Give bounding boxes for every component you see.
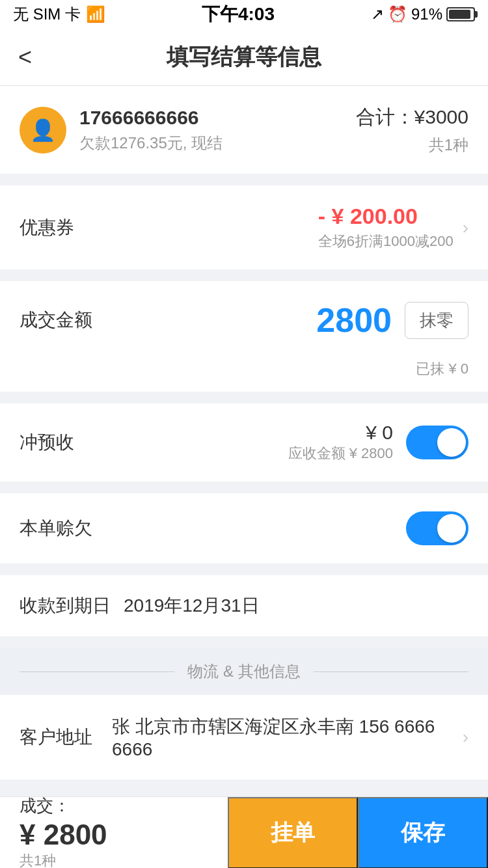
user-card: 👤 17666666666 欠款1276.35元, 现结 合计：¥3000 共1… [0,86,488,174]
pre-receive-amount: ¥ 0 [288,422,393,444]
status-left: 无 SIM 卡 📶 [13,4,105,25]
pre-receive-label: 冲预收 [20,430,74,455]
deal-amount-value: 2800 [316,301,392,340]
avatar: 👤 [20,107,66,154]
pre-receive-toggle[interactable] [406,426,468,459]
round-zero-button[interactable]: 抹零 [405,302,468,339]
user-phone: 17666666666 [79,107,223,129]
location-icon: ↗ [371,5,384,23]
writeoff-toggle-knob [437,514,466,543]
status-bar: 无 SIM 卡 📶 下午4:03 ↗ ⏰ 91% [0,0,488,29]
divider-line-left [20,671,174,672]
coupon-label: 优惠券 [20,215,74,240]
coupon-amount: - ¥ 200.00 [318,204,454,229]
pre-receive-divider [0,392,488,403]
address-label: 客户地址 [20,725,92,750]
user-total: 合计：¥3000 共1种 [356,104,468,156]
pre-receive-sub: 应收金额 ¥ 2800 [288,444,393,463]
coupon-desc: 全场6折满1000减200 [318,232,454,251]
toggle-knob [437,428,466,457]
coupon-right: - ¥ 200.00 全场6折满1000减200 › [318,204,468,251]
writeoff-row: 本单赊欠 [0,493,488,563]
save-button[interactable]: 保存 [358,797,488,869]
battery-text: 91% [411,5,442,23]
bottom-count: 共1种 [20,851,208,868]
deal-section: 成交金额 2800 抹零 已抹 ¥ 0 冲预收 ¥ 0 应收金额 ¥ 2800 [0,281,488,481]
total-amount: 合计：¥3000 [356,104,468,131]
divider-line-right [314,671,468,672]
pre-receive-row: 冲预收 ¥ 0 应收金额 ¥ 2800 [0,403,488,481]
total-count: 共1种 [356,135,468,156]
address-section: 客户地址 张 北京市市辖区海淀区永丰南 156 6666 6666 › [0,695,488,780]
bottom-amount: ¥ 2800 [20,819,208,851]
user-subtitle: 欠款1276.35元, 现结 [79,133,223,154]
page-title: 填写结算等信息 [167,42,321,72]
address-value: 张 北京市市辖区海淀区永丰南 156 6666 6666 [112,714,463,760]
coupon-chevron-icon: › [463,217,468,238]
writeoff-section: 本单赊欠 [0,493,488,563]
writeoff-toggle[interactable] [406,511,468,545]
alarm-icon: ⏰ [388,5,407,23]
pending-button[interactable]: 挂单 [228,797,358,869]
coupon-section: 优惠券 - ¥ 200.00 全场6折满1000减200 › [0,185,488,269]
pre-receive-right: ¥ 0 应收金额 ¥ 2800 [288,422,468,463]
address-chevron-icon: › [463,727,468,748]
status-right: ↗ ⏰ 91% [371,5,475,23]
deal-amount-right: 2800 抹零 [316,301,468,340]
duedate-label: 收款到期日 [20,593,111,618]
coupon-row[interactable]: 优惠券 - ¥ 200.00 全场6折满1000减200 › [0,185,488,269]
deal-amount-row: 成交金额 2800 抹零 [0,281,488,359]
logistics-label: 物流 & 其他信息 [187,661,300,682]
content-area: 👤 17666666666 欠款1276.35元, 现结 合计：¥3000 共1… [0,86,488,868]
carrier-text: 无 SIM 卡 [13,4,81,25]
wifi-icon: 📶 [86,5,105,23]
duedate-section: 收款到期日 2019年12月31日 [0,575,488,636]
bottom-summary: 成交： ¥ 2800 共1种 [0,794,228,868]
deal-sub-text: 已抹 ¥ 0 [0,359,488,392]
user-details: 17666666666 欠款1276.35元, 现结 [79,107,223,154]
back-button[interactable]: < [18,44,32,71]
address-row[interactable]: 客户地址 张 北京市市辖区海淀区永丰南 156 6666 6666 › [0,695,488,780]
duedate-row: 收款到期日 2019年12月31日 [0,575,488,636]
status-time: 下午4:03 [202,2,275,27]
battery-icon [446,7,475,21]
user-info-left: 👤 17666666666 欠款1276.35元, 现结 [20,107,223,154]
duedate-value: 2019年12月31日 [124,593,260,618]
logistics-divider: 物流 & 其他信息 [0,648,488,695]
deal-amount-label: 成交金额 [20,308,92,332]
bottom-bar: 成交： ¥ 2800 共1种 挂单 保存 [0,796,488,868]
bottom-deal-label: 成交： [20,794,208,817]
writeoff-label: 本单赊欠 [20,516,92,541]
nav-bar: < 填写结算等信息 [0,29,488,86]
